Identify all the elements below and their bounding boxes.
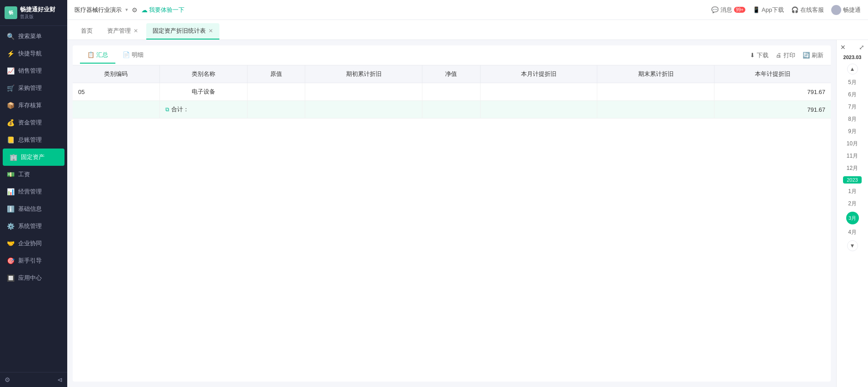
experience-btn[interactable]: ☁ 我要体验一下 — [141, 6, 184, 14]
print-icon: 🖨 — [776, 52, 782, 59]
sidebar-item-search[interactable]: 🔍 搜索菜单 — [0, 28, 67, 45]
month-9[interactable]: 9月 — [837, 125, 868, 138]
right-panel: ✕ ⤢ 2023.03 ▲ 5月 6月 7月 8月 9月 10月 11月 12月… — [836, 40, 868, 387]
tab-assets-mgmt-close[interactable]: ✕ — [134, 28, 138, 34]
depreciation-table: 类别编码 类别名称 原值 期初累计折旧 净值 本月计提折旧 期末累计折旧 本年计… — [73, 65, 831, 119]
table-row: 05 电子设备 791.67 — [73, 83, 831, 101]
quicknav-icon: ⚡ — [6, 50, 15, 58]
service-icon: 🎧 — [791, 6, 799, 13]
summary-icon: 📋 — [87, 51, 94, 58]
sidebar-item-enterprise[interactable]: 🤝 企业协同 — [0, 235, 67, 252]
panel-close-icon[interactable]: ✕ — [840, 44, 846, 51]
cell-initial-accum — [305, 83, 422, 101]
month-11[interactable]: 11月 — [837, 150, 868, 162]
month-12[interactable]: 12月 — [837, 162, 868, 174]
sidebar-header: 畅 畅捷通好业财 普及版 — [0, 0, 67, 26]
table-total-row: ⧉ 合计： 791.67 — [73, 101, 831, 119]
sidebar-item-inventory[interactable]: 📦 库存核算 — [0, 97, 67, 114]
refresh-icon: 🔄 — [803, 52, 810, 59]
sidebar-item-quicknav[interactable]: ⚡ 快捷导航 — [0, 45, 67, 62]
download-button[interactable]: ⬇ 下载 — [750, 51, 769, 60]
topbar: 医疗器械行业演示 ▾ ⚙ ☁ 我要体验一下 💬 消息 99+ 📱 App下载 🎧… — [67, 0, 868, 20]
col-original: 原值 — [247, 65, 305, 83]
total-label-cell: ⧉ 合计： — [159, 101, 247, 119]
panel-up-btn[interactable]: ▲ — [847, 64, 858, 74]
collapse-icon[interactable]: ⊲ — [57, 376, 63, 383]
month-8[interactable]: 8月 — [837, 113, 868, 125]
appstore-icon: 🔲 — [6, 274, 15, 282]
col-name: 类别名称 — [159, 65, 247, 83]
month-1[interactable]: 1月 — [837, 185, 868, 198]
month-4[interactable]: 4月 — [837, 226, 868, 238]
online-service-button[interactable]: 🎧 在线客服 — [791, 6, 824, 14]
sidebar-item-basic[interactable]: ℹ️ 基础信息 — [0, 200, 67, 218]
tab-home[interactable]: 首页 — [74, 23, 99, 40]
panel-expand-icon[interactable]: ⤢ — [859, 44, 864, 51]
table-container: 类别编码 类别名称 原值 期初累计折旧 净值 本月计提折旧 期末累计折旧 本年计… — [73, 65, 831, 382]
print-button[interactable]: 🖨 打印 — [776, 51, 795, 60]
company-name: 医疗器械行业演示 — [74, 6, 122, 14]
sidebar-item-purchase[interactable]: 🛒 采购管理 — [0, 79, 67, 97]
sub-tab-detail[interactable]: 📄 明细 — [115, 47, 151, 64]
total-original — [247, 101, 305, 119]
company-dropdown-icon[interactable]: ▾ — [125, 7, 128, 13]
app-download-button[interactable]: 📱 App下载 — [753, 6, 784, 14]
download-icon: ⬇ — [750, 52, 755, 59]
cell-name: 电子设备 — [159, 83, 247, 101]
sidebar-item-funds[interactable]: 💰 资金管理 — [0, 114, 67, 131]
month-3-active[interactable]: 3月 — [846, 212, 859, 224]
sidebar-item-quicknav-label: 快捷导航 — [18, 50, 42, 58]
month-6[interactable]: 6月 — [837, 89, 868, 101]
col-net: 净值 — [422, 65, 480, 83]
sidebar-item-operations[interactable]: 📊 经营管理 — [0, 183, 67, 200]
sales-icon: 📈 — [6, 67, 15, 75]
copy-icon[interactable]: ⧉ — [165, 106, 169, 113]
ledger-icon: 📒 — [6, 136, 15, 144]
sidebar-item-ledger-label: 总账管理 — [18, 136, 42, 144]
cell-original — [247, 83, 305, 101]
total-label-text: 合计： — [171, 105, 189, 114]
col-initial-accum: 期初累计折旧 — [305, 65, 422, 83]
basic-icon: ℹ️ — [6, 205, 15, 213]
tabbar: 首页 资产管理 ✕ 固定资产折旧统计表 ✕ — [67, 20, 868, 40]
settings-button[interactable]: ⚙ — [132, 6, 138, 14]
tab-home-label: 首页 — [81, 27, 93, 35]
settings-footer-icon[interactable]: ⚙ — [5, 376, 10, 383]
sidebar-item-payroll-label: 工资 — [18, 170, 30, 179]
search-icon: 🔍 — [6, 32, 15, 40]
panel-down-btn[interactable]: ▼ — [847, 240, 858, 251]
sidebar-item-payroll[interactable]: 💵 工资 — [0, 166, 67, 183]
col-monthly-depr: 本月计提折旧 — [480, 65, 597, 83]
tab-depreciation-close[interactable]: ✕ — [208, 28, 213, 34]
sidebar-item-operations-label: 经营管理 — [18, 188, 42, 196]
sidebar-item-system[interactable]: ⚙️ 系统管理 — [0, 218, 67, 235]
detail-icon: 📄 — [123, 51, 130, 58]
message-button[interactable]: 💬 消息 99+ — [711, 6, 745, 14]
user-avatar[interactable]: 畅捷通 — [831, 5, 861, 15]
current-period-label: 2023.03 — [843, 53, 862, 62]
sub-tab-summary[interactable]: 📋 汇总 — [80, 47, 115, 64]
total-end-accum — [597, 101, 714, 119]
tab-assets-mgmt[interactable]: 资产管理 ✕ — [101, 23, 144, 40]
refresh-button[interactable]: 🔄 刷新 — [803, 51, 823, 60]
total-monthly-depr — [480, 101, 597, 119]
sidebar: 畅 畅捷通好业财 普及版 🔍 搜索菜单 ⚡ 快捷导航 📈 销售管理 🛒 采购管理… — [0, 0, 67, 387]
purchase-icon: 🛒 — [6, 84, 15, 92]
sidebar-item-ledger[interactable]: 📒 总账管理 — [0, 131, 67, 149]
sub-tab-actions: ⬇ 下载 🖨 打印 🔄 刷新 — [750, 51, 823, 60]
sidebar-item-appstore[interactable]: 🔲 应用中心 — [0, 269, 67, 287]
month-2[interactable]: 2月 — [837, 198, 868, 210]
month-7[interactable]: 7月 — [837, 101, 868, 113]
message-badge: 99+ — [734, 7, 745, 13]
month-5[interactable]: 5月 — [837, 76, 868, 89]
sidebar-item-assets[interactable]: 🏢 固定资产 — [3, 149, 64, 166]
main-area: 医疗器械行业演示 ▾ ⚙ ☁ 我要体验一下 💬 消息 99+ 📱 App下载 🎧… — [67, 0, 868, 387]
topbar-right: 💬 消息 99+ 📱 App下载 🎧 在线客服 畅捷通 — [711, 5, 861, 15]
month-10[interactable]: 10月 — [837, 138, 868, 150]
page-content: 📋 汇总 📄 明细 ⬇ 下载 🖨 打印 — [73, 45, 831, 382]
payroll-icon: 💵 — [6, 170, 15, 179]
app-version: 普及版 — [20, 14, 55, 20]
tab-depreciation[interactable]: 固定资产折旧统计表 ✕ — [146, 23, 219, 40]
sidebar-item-sales[interactable]: 📈 销售管理 — [0, 62, 67, 79]
sidebar-item-guide[interactable]: 🎯 新手引导 — [0, 252, 67, 269]
